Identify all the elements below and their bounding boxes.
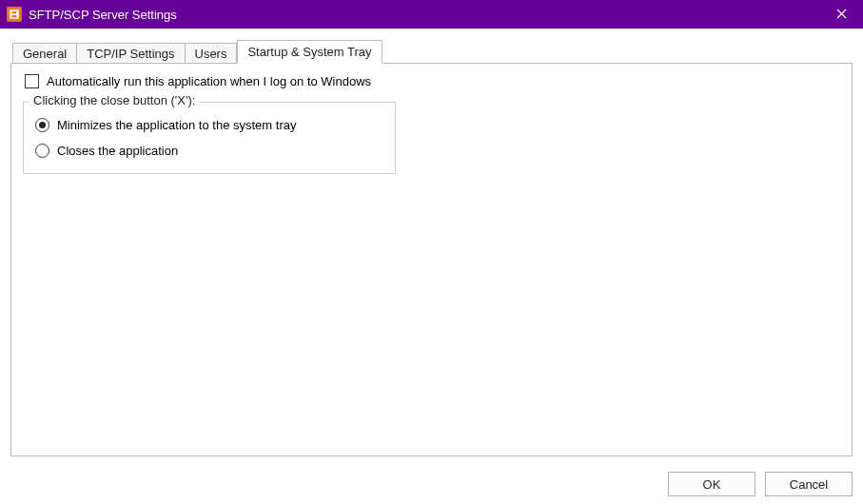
tab-general[interactable]: General	[12, 43, 77, 64]
radio-minimize-label: Minimizes the application to the system …	[57, 118, 296, 132]
radio-minimize[interactable]	[35, 118, 49, 132]
radio-row-minimize: Minimizes the application to the system …	[35, 112, 387, 138]
tab-label: General	[23, 47, 67, 61]
ok-button[interactable]: OK	[668, 472, 755, 496]
tab-label: Startup & System Tray	[247, 45, 371, 59]
close-behavior-group: Clicking the close button ('X'): Minimiz…	[23, 102, 396, 174]
dialog-footer: OK Cancel	[668, 472, 853, 496]
titlebar: SFTP/SCP Server Settings	[0, 0, 863, 29]
button-label: Cancel	[790, 477, 828, 492]
radio-row-close: Closes the application	[35, 138, 387, 164]
tab-panel-startup: Automatically run this application when …	[10, 63, 853, 456]
window-title: SFTP/SCP Server Settings	[29, 8, 819, 22]
autorun-row: Automatically run this application when …	[11, 64, 852, 88]
close-behavior-legend: Clicking the close button ('X'):	[29, 93, 199, 107]
radio-close[interactable]	[35, 144, 49, 158]
autorun-checkbox[interactable]	[25, 74, 39, 88]
window-close-button[interactable]	[819, 0, 863, 29]
tab-label: Users	[195, 47, 227, 61]
autorun-label: Automatically run this application when …	[47, 74, 371, 88]
tab-startup[interactable]: Startup & System Tray	[237, 40, 382, 64]
tab-tcpip[interactable]: TCP/IP Settings	[77, 43, 185, 64]
tab-strip: General TCP/IP Settings Users Startup & …	[12, 40, 853, 63]
radio-close-label: Closes the application	[57, 144, 178, 158]
tab-users[interactable]: Users	[186, 43, 238, 64]
button-label: OK	[703, 477, 721, 492]
tab-label: TCP/IP Settings	[87, 47, 174, 61]
dialog-body: General TCP/IP Settings Users Startup & …	[0, 29, 863, 504]
app-icon	[6, 6, 23, 23]
close-icon	[836, 8, 847, 22]
cancel-button[interactable]: Cancel	[765, 472, 853, 496]
